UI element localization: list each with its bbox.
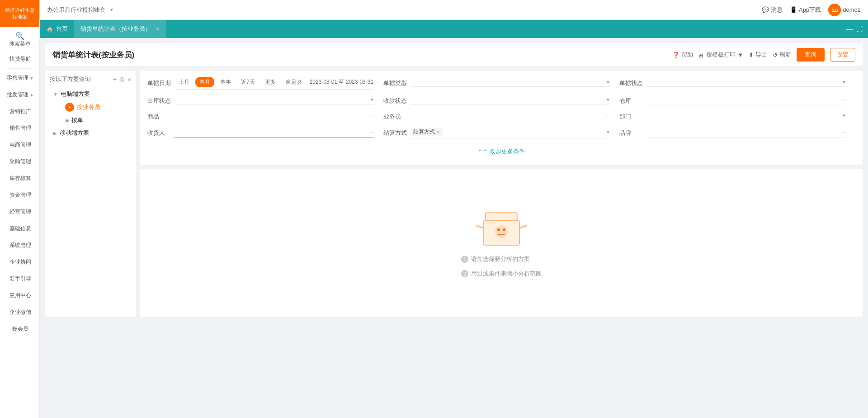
query-button[interactable]: 查询 — [797, 48, 825, 62]
filter-warehouse: 仓库 ··· — [619, 96, 855, 105]
brand-control[interactable]: ··· — [646, 128, 846, 138]
receipt-status-select[interactable]: ▼ — [410, 97, 610, 102]
tab-minimize-icon[interactable]: — — [846, 25, 853, 33]
sidebar-item-shortcuts[interactable]: 快捷导航 — [0, 51, 39, 67]
receiver-control[interactable]: ··· — [174, 128, 374, 138]
sidebar-item-finance[interactable]: 资金管理 — [0, 187, 39, 204]
order-type-select[interactable]: ▼ — [410, 80, 610, 85]
filter-order-status: 单据状态 ▼ — [619, 79, 855, 87]
header-right: 💬 消息 📱 App下载 Ea demo2 — [762, 4, 861, 16]
sidebar-item-marketing[interactable]: 营销推广 — [0, 103, 39, 120]
settlement-tag-close[interactable]: × — [437, 129, 440, 135]
sidebar-item-enterprise[interactable]: 企业协同 — [0, 254, 39, 271]
dept-label: 部门 — [619, 113, 642, 121]
page-actions: ❓ 帮助 🖨 按模板打印 ▼ ⬇ 导出 ↺ 刷新 — [672, 48, 855, 62]
date-btn-this-month[interactable]: 本月 — [195, 77, 214, 87]
order-status-control[interactable]: ▼ — [646, 80, 846, 87]
sub-item-by-order[interactable]: ≡ 按单 — [56, 114, 131, 127]
sidebar-item-wechat[interactable]: 企业微信 — [0, 304, 39, 321]
logo-text: 畅捷通好生意 标准版 — [5, 7, 35, 21]
tab-close-icon[interactable]: ✕ — [156, 26, 160, 32]
filter-row-3: 商品 ··· 业务员 — [147, 112, 855, 121]
date-range-text: 2023-03-01 至 2023-03-31 — [310, 78, 373, 86]
tree-item-pc[interactable]: ▼ 电脑端方案 — [50, 88, 131, 100]
sidebar-item-appcenter[interactable]: 应用中心 — [0, 287, 39, 304]
date-btn-7days[interactable]: 近7天 — [237, 77, 259, 87]
out-status-control[interactable]: ▼ — [175, 97, 374, 104]
template-print-button[interactable]: 🖨 按模板打印 ▼ — [698, 51, 743, 59]
dots-icon[interactable]: ··· — [841, 96, 846, 103]
sidebar-item-basic[interactable]: 基础信息 — [0, 220, 39, 237]
dots-icon[interactable]: ··· — [369, 128, 374, 136]
tree-item-mobile[interactable]: ▶ 移动端方案 — [50, 127, 131, 139]
tree-item-label: 电脑端方案 — [61, 90, 90, 98]
dots-icon[interactable]: ··· — [841, 128, 846, 136]
add-scheme-icon[interactable]: + — [113, 76, 117, 83]
settlement-select[interactable]: 结算方式 × ▼ — [410, 128, 610, 136]
app-download-button[interactable]: 📱 App下载 — [790, 6, 821, 14]
salesman-control[interactable]: ··· — [410, 112, 610, 121]
filter-row-2: 出库状态 ▼ 收款状态 — [147, 96, 855, 105]
goods-select[interactable]: ··· — [174, 112, 374, 119]
user-avatar-area[interactable]: Ea demo2 — [828, 4, 861, 16]
tab-sales-stat[interactable]: 销货单统计表（按业务员） ✕ — [74, 20, 166, 38]
sidebar-item-sales[interactable]: 销售管理 — [0, 120, 39, 137]
settlement-control[interactable]: 结算方式 × ▼ — [410, 128, 610, 138]
sidebar-item-ecommerce[interactable]: 电商管理 — [0, 137, 39, 153]
warehouse-control[interactable]: ··· — [646, 96, 846, 105]
sidebar-item-search[interactable]: 🔍 搜索菜单 — [0, 27, 39, 51]
dept-control[interactable]: ▼ — [646, 113, 846, 120]
empty-illustration — [474, 205, 528, 255]
tree-expand-icon: ▶ — [53, 131, 57, 136]
goods-control[interactable]: ··· — [174, 112, 374, 121]
help-button[interactable]: ❓ 帮助 — [672, 51, 693, 59]
warehouse-select[interactable]: ··· — [646, 96, 846, 103]
sidebar-item-member[interactable]: 畅会员 — [0, 321, 39, 337]
date-btn-last-month[interactable]: 上月 — [175, 77, 193, 87]
filter-panel: 单据日期 上月 本月 本年 近7天 更多 自定义 — [140, 71, 863, 165]
tab-maximize-icon[interactable]: ⛶ — [856, 25, 863, 33]
dots-icon[interactable]: ··· — [605, 112, 610, 119]
date-btn-custom[interactable]: 自定义 — [282, 77, 306, 87]
date-btn-this-year[interactable]: 本年 — [216, 77, 235, 87]
sidebar-item-newbie[interactable]: 新手引导 — [0, 271, 39, 287]
sidebar-item-system[interactable]: 系统管理 — [0, 237, 39, 254]
date-btn-more[interactable]: 更多 — [261, 77, 280, 87]
order-type-control[interactable]: ▼ — [410, 80, 610, 87]
sidebar-item-operations[interactable]: 经营管理 — [0, 204, 39, 220]
salesman-select[interactable]: ··· — [410, 112, 610, 119]
dept-select[interactable]: ▼ — [646, 113, 846, 118]
print-dropdown-icon: ▼ — [737, 52, 743, 58]
refresh-button[interactable]: ↺ 刷新 — [773, 51, 791, 59]
sub-item-by-salesman[interactable]: ● 按业务员 — [56, 100, 131, 114]
brand-select[interactable]: ··· — [646, 128, 846, 136]
edit-scheme-icon[interactable]: ◎ — [119, 76, 125, 83]
order-status-select[interactable]: ▼ — [646, 80, 846, 85]
tree-group-pc: ● 按业务员 ≡ 按单 — [50, 100, 131, 127]
sidebar-item-inventory[interactable]: 库存核算 — [0, 170, 39, 187]
sidebar-item-purchase[interactable]: 采购管理 — [0, 153, 39, 170]
tree-item-label: 移动端方案 — [60, 129, 89, 137]
empty-hint: 1 请先选择要分析的方案 2 用过滤条件来缩小分析范围 — [461, 255, 542, 280]
export-button[interactable]: ⬇ 导出 — [749, 51, 767, 59]
right-panel: 单据日期 上月 本月 本年 近7天 更多 自定义 — [140, 71, 863, 317]
collapse-scheme-icon[interactable]: « — [127, 76, 131, 83]
sub-item-label: 按业务员 — [77, 103, 100, 111]
app-name-dropdown-icon[interactable]: ▼ — [109, 7, 114, 12]
app-name-label: 办公用品行业模拟账套 — [47, 6, 106, 14]
sidebar-item-wholesale[interactable]: 批发管理▲ — [0, 86, 39, 103]
out-status-select[interactable]: ▼ — [175, 97, 374, 102]
filter-dept: 部门 ▼ — [619, 113, 855, 121]
order-icon: ≡ — [65, 117, 69, 124]
tree-expand-icon: ▼ — [53, 92, 58, 97]
collapse-bar[interactable]: ⌃⌃ 收起更多条件 — [147, 145, 855, 158]
sidebar-item-retail[interactable]: 零售管理▼ — [0, 70, 39, 86]
tab-home[interactable]: 🏠 首页 — [40, 20, 74, 38]
receiver-select[interactable]: ··· — [174, 128, 374, 136]
page-title-bar: 销货单统计表(按业务员) ❓ 帮助 🖨 按模板打印 ▼ ⬇ 导出 — [45, 43, 863, 66]
setting-button[interactable]: 设置 — [830, 48, 855, 62]
chevron-down-icon: ▼ — [29, 76, 34, 81]
receipt-status-control[interactable]: ▼ — [410, 97, 610, 104]
dots-icon[interactable]: ··· — [369, 112, 374, 119]
message-button[interactable]: 💬 消息 — [762, 6, 783, 14]
